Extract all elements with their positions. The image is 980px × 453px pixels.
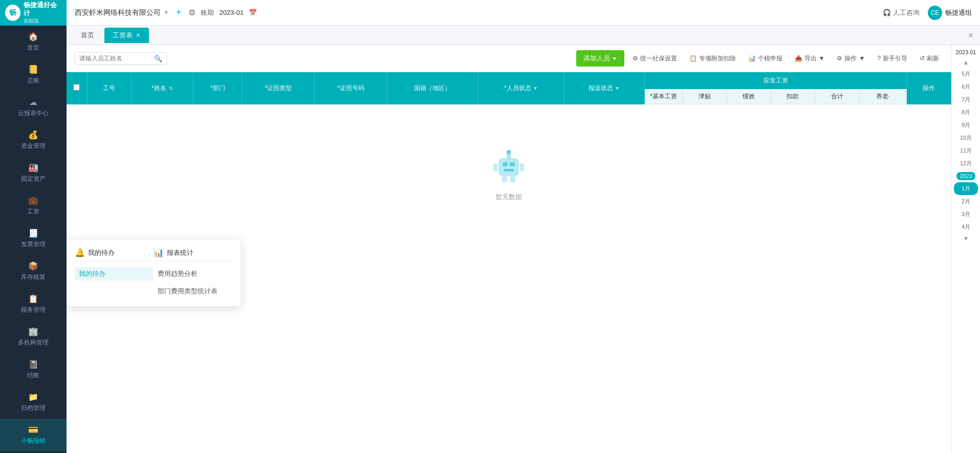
tab-home[interactable]: 首页 [73,28,102,43]
timeline-up-button[interactable]: ▲ [960,57,972,68]
cloud-icon: ☁ [29,97,37,107]
timeline-month-2[interactable]: 2月 [952,195,980,208]
sort-icon[interactable]: ⇅ [169,85,173,91]
timeline-month-8[interactable]: 8月 [952,106,980,119]
user-name: 畅捷通组 [945,8,972,17]
popup-section-reports-title: 📊 报表统计 [154,248,232,261]
col-pension: 养老· [859,89,907,104]
operation-icon: ⚙ [837,55,842,62]
timeline-year-tag: 2023 [956,172,975,180]
inventory-icon: 📦 [28,261,38,271]
tab-bar: 首页 工资表 ✕ ✕ [67,26,980,45]
operation-button[interactable]: ⚙ 操作 ▼ [833,52,869,66]
add-person-button[interactable]: 添加人员 ▼ [576,50,624,67]
app-logo: 畅 畅捷通好会计 旗舰版 [0,0,67,26]
filter-icon[interactable]: ▼ [533,85,538,91]
sidebar: 畅 畅捷通好会计 旗舰版 🏠 首页 📒 总账 ☁ 云报表中心 💰 资金管理 🏭 … [0,0,67,453]
company-selector[interactable]: 西安虾米网络科技有限公司 ▼ [75,8,169,17]
content-area: 🔍 添加人员 ▼ ⚙ 统一社保设置 📋 专项附加扣除 [67,45,980,453]
tax-filing-button[interactable]: 📊 个税申报 [744,52,787,66]
sidebar-item-ledger[interactable]: 📒 总账 [0,58,67,91]
timeline-month-5[interactable]: 5月 [952,68,980,80]
col-total: 合计 [815,89,859,104]
add-company-button[interactable]: + [176,7,182,18]
sidebar-item-label: 固定资产 [21,175,46,183]
sidebar-item-label: 多机构管理 [18,338,49,347]
sidebar-item-payroll[interactable]: 💼 工资 [0,189,67,222]
home-icon: 🏠 [28,32,38,41]
sidebar-item-tax[interactable]: 📋 税务管理 [0,288,67,320]
add-arrow-icon: ▼ [612,56,617,61]
sidebar-item-expense[interactable]: 💳 小畅报销 [0,419,67,451]
svg-rect-2 [510,162,515,166]
timeline-month-12[interactable]: 12月 [952,157,980,170]
timeline-month-7[interactable]: 7月 [952,93,980,106]
timeline-month-4[interactable]: 4月 [952,221,980,233]
export-button[interactable]: 📤 导出 ▼ [791,52,829,66]
finance-icon: 💰 [28,130,38,140]
toolbar: 🔍 添加人员 ▼ ⚙ 统一社保设置 📋 专项附加扣除 [67,45,951,72]
sidebar-item-assets[interactable]: 🏭 固定资产 [0,157,67,189]
timeline-month-1-active[interactable]: 1月 [954,182,978,195]
select-all-checkbox[interactable] [73,84,80,91]
col-id-type: *证照类型 [242,72,315,104]
filter-icon2[interactable]: ▼ [615,85,620,91]
settings-gear-icon[interactable]: ⚙ [188,8,195,17]
timeline-month-11[interactable]: 11月 [952,144,980,157]
sidebar-item-close-accounts[interactable]: 📓 结账 [0,353,67,386]
social-security-button[interactable]: ⚙ 统一社保设置 [628,52,681,66]
special-deduction-button[interactable]: 📋 专项附加扣除 [685,52,740,66]
svg-point-5 [507,150,511,154]
invoice-icon: 🧾 [28,228,38,238]
sidebar-item-invoice[interactable]: 🧾 发票管理 [0,222,67,255]
company-name: 西安虾米网络科技有限公司 [75,8,161,17]
col-operation: 操作 [907,72,951,104]
timeline-down-button[interactable]: ▼ [960,233,972,244]
timeline-month-10[interactable]: 10月 [952,132,980,144]
sidebar-item-archive[interactable]: 📁 归档管理 [0,386,67,419]
close-all-icon[interactable]: ✕ [968,31,974,39]
user-info[interactable]: CE 畅捷通组 [928,6,972,20]
search-box[interactable]: 🔍 [75,52,167,65]
search-input[interactable] [79,55,151,62]
guide-button[interactable]: ? 新手引导 [873,52,911,66]
search-icon[interactable]: 🔍 [154,55,162,62]
dropdown-arrow-icon: ▼ [164,10,169,15]
service-button[interactable]: 🎧 人工咨询 [883,8,920,17]
col-status: *人员状态 ▼ [478,72,564,104]
sidebar-item-inventory[interactable]: 📦 库存核算 [0,255,67,288]
deduction-label: 专项附加扣除 [699,54,736,63]
sidebar-item-label: 工资 [27,207,39,216]
operation-label: 操作 [844,54,857,63]
tab-payroll[interactable]: 工资表 ✕ [104,28,149,43]
popup-item-dept-expense[interactable]: 部门费用类型统计表 [154,285,232,298]
sidebar-item-cloud-reports[interactable]: ☁ 云报表中心 [0,91,67,124]
add-person-label: 添加人员 [583,54,610,63]
popup-item-expense-trend[interactable]: 费用趋势分析 [154,267,232,281]
multi-org-icon: 🏢 [28,327,38,336]
empty-robot-icon [488,145,529,186]
tab-close-icon[interactable]: ✕ [136,32,141,39]
timeline-month-3[interactable]: 3月 [952,208,980,221]
sidebar-item-label: 发票管理 [21,240,46,249]
empty-state: 暂无数据 [67,104,951,243]
timeline-month-9[interactable]: 9月 [952,119,980,132]
popup-item-my-todo[interactable]: 我的待办 [75,267,154,281]
refresh-button[interactable]: ↺ 刷新 [916,52,943,66]
col-deduction: 扣款 [771,89,815,104]
topbar: 西安虾米网络科技有限公司 ▼ + ⚙ 账期 2023-01 📅 🎧 人工咨询 C… [67,0,980,26]
avatar: CE [928,6,942,20]
headset-icon: 🎧 [883,9,891,16]
col-dept: *部门 [193,72,242,104]
reports-section-icon: 📊 [154,248,164,257]
logo-icon: 畅 [5,5,20,21]
checkbox-header[interactable] [67,72,87,104]
tab-close-all[interactable]: ✕ [968,31,974,39]
sidebar-item-finance[interactable]: 💰 资金管理 [0,124,67,157]
calendar-icon[interactable]: 📅 [249,9,257,16]
tab-payroll-label: 工资表 [113,31,133,40]
sidebar-item-multi-org[interactable]: 🏢 多机构管理 [0,320,67,353]
svg-rect-0 [498,158,519,176]
sidebar-item-home[interactable]: 🏠 首页 [0,26,67,58]
timeline-month-6[interactable]: 6月 [952,80,980,93]
